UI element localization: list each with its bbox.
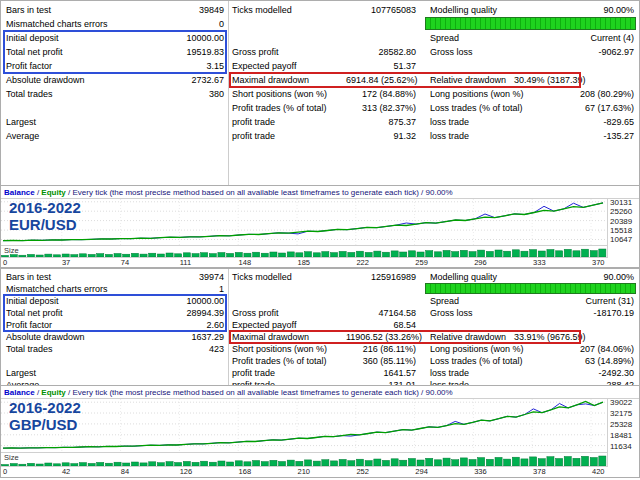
stat-value: 216 (86.11%) <box>342 344 420 354</box>
stat-value: 10000.00 <box>152 33 228 43</box>
chart-legend: Balance / Equity / Every tick (the most … <box>1 386 639 399</box>
y-axis-label: 30131 <box>610 197 632 206</box>
stat-value: 90.00% <box>528 272 638 282</box>
stat-label: Ticks modelled <box>228 272 342 282</box>
period-annotation: 2016-2022 <box>9 200 81 217</box>
x-axis-label: 111 <box>180 258 191 266</box>
stat-label: Expected payoff <box>228 320 342 330</box>
stat-label: Total net profit <box>2 308 152 318</box>
stats-row: Total net profit19519.83Gross profit2858… <box>2 45 638 59</box>
x-axis-label: 37 <box>62 258 70 266</box>
stat-value: 207 (84.06%) <box>528 344 638 354</box>
x-axis: 03774111148185222259296333370 <box>1 257 608 266</box>
x-axis-label: 148 <box>239 258 252 266</box>
x-axis-label: 126 <box>180 467 193 476</box>
symbol-annotation: GBP/USD <box>9 417 81 434</box>
x-axis-label: 420 <box>592 467 605 476</box>
stat-label: Gross profit <box>228 47 342 57</box>
chart-annotation: 2016-2022 EUR/USD <box>9 200 81 234</box>
equity-plot-svg <box>1 199 607 245</box>
stat-label-value: Relative drawdown33.91% (9676.59) <box>420 332 638 342</box>
stats-row: Profit factor3.15Expected payoff51.37 <box>2 59 638 73</box>
x-axis-label: 333 <box>533 258 546 266</box>
stat-label: Long positions (won %) <box>420 89 528 99</box>
y-axis-label: 11634 <box>610 441 632 450</box>
x-axis-label: 370 <box>592 258 605 266</box>
stat-value: 51.37 <box>342 61 420 71</box>
stat-value: Current (31) <box>528 296 638 306</box>
stat-label: Profit trades (% of total) <box>228 103 342 113</box>
stat-value: 125916989 <box>342 272 420 282</box>
stat-value: 380 <box>152 89 228 99</box>
stat-value: 107765083 <box>342 5 420 15</box>
stats-row: Largestprofit trade1641.57loss trade-249… <box>2 367 638 379</box>
stat-label: loss trade <box>420 117 528 127</box>
stat-label: Gross loss <box>420 47 528 57</box>
stat-label: Mismatched charts errors <box>2 19 152 29</box>
stat-value: -135.27 <box>528 131 638 141</box>
stat-value: 875.37 <box>342 117 420 127</box>
stats-row: Total trades423Short positions (won %)21… <box>2 343 638 355</box>
stat-value: 6914.84 (25.62%) <box>342 75 420 85</box>
stat-label: loss trade <box>420 368 528 378</box>
x-axis-label: 84 <box>121 467 129 476</box>
equity-plot[interactable]: 2016-2022 EUR/USD <box>1 199 608 245</box>
x-axis-label: 222 <box>356 258 369 266</box>
stat-value: 2.60 <box>152 320 228 330</box>
balance-line <box>3 402 603 449</box>
x-axis-label: 259 <box>415 258 428 266</box>
stat-value: -2492.30 <box>528 368 638 378</box>
stat-label: Absolute drawdown <box>2 75 152 85</box>
stat-label: Loss trades (% of total) <box>420 103 528 113</box>
stat-label: Initial deposit <box>2 296 152 306</box>
x-axis-label: 296 <box>474 258 487 266</box>
equity-label: Equity <box>41 388 65 397</box>
stat-value: 11906.52 (33.26%) <box>342 332 420 342</box>
stat-value: 423 <box>152 344 228 354</box>
stat-label: Average <box>2 131 152 141</box>
equity-plot[interactable]: 2016-2022 GBP/USD <box>1 399 608 452</box>
stat-label: Loss trades (% of total) <box>420 356 528 366</box>
stat-value: 63 (14.89%) <box>528 356 638 366</box>
results-table: Bars in test39974Ticks modelled125916989… <box>0 268 640 386</box>
x-axis-label: 168 <box>239 467 252 476</box>
graph-panel: Balance / Equity / Every tick (the most … <box>0 386 640 478</box>
stat-value: 47164.58 <box>342 308 420 318</box>
stat-label: profit trade <box>228 131 342 141</box>
stat-label: Profit factor <box>2 320 152 330</box>
y-axis-label: 15518 <box>610 226 632 235</box>
corner-spacer <box>608 466 639 476</box>
stat-label: profit trade <box>228 368 342 378</box>
size-label: Size <box>4 453 19 462</box>
stat-value: 39849 <box>152 5 228 15</box>
stat-value: 90.00% <box>528 5 638 15</box>
column-divider <box>228 1 229 185</box>
stat-value: 1637.29 <box>152 332 228 342</box>
x-axis-label: 294 <box>415 467 428 476</box>
y-axis-label: 18481 <box>610 430 632 439</box>
modelling-quality-bar <box>425 17 636 30</box>
stats-row: Averageprofit trade91.32loss trade-135.2… <box>2 129 638 143</box>
x-axis-label: 42 <box>62 467 70 476</box>
stats-row: Absolute drawdown2732.67Maximal drawdown… <box>2 73 638 87</box>
stat-value: 2732.67 <box>152 75 228 85</box>
x-axis-label: 336 <box>474 467 487 476</box>
y-axis-label: 20389 <box>610 216 632 225</box>
stat-value: -829.65 <box>528 117 638 127</box>
equity-line <box>3 402 603 448</box>
stat-label: Expected payoff <box>228 61 342 71</box>
stat-label: Modelling quality <box>420 5 528 15</box>
x-axis-label: 0 <box>3 467 7 476</box>
stats-row: Absolute drawdown1637.29Maximal drawdown… <box>2 331 638 343</box>
equity-plot-svg <box>1 399 607 452</box>
stat-value: -18170.19 <box>528 308 638 318</box>
stats-row: Bars in test39974Ticks modelled125916989… <box>2 271 638 283</box>
x-axis-label: 185 <box>298 258 311 266</box>
corner-spacer <box>608 245 639 257</box>
stat-label: Total net profit <box>2 47 152 57</box>
stat-label: Maximal drawdown <box>228 75 342 85</box>
stat-value: 19519.83 <box>152 47 228 57</box>
stat-label-value: Relative drawdown30.49% (3187.39) <box>420 75 638 85</box>
backtest-report-eurusd: Bars in test39849Ticks modelled107765083… <box>0 0 640 268</box>
y-axis-label: 25260 <box>610 207 632 216</box>
